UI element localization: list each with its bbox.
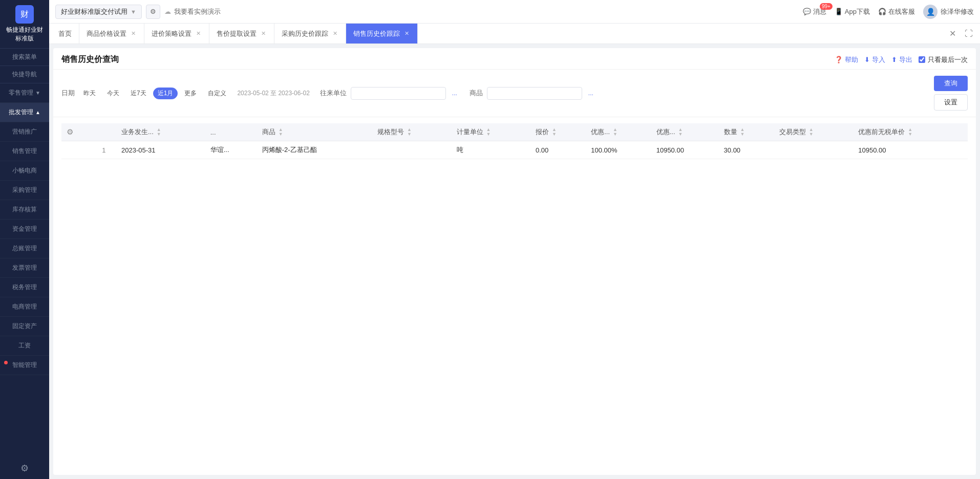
online-service-btn[interactable]: 🎧 在线客服 bbox=[878, 7, 915, 16]
export-link[interactable]: ⬆ 导出 bbox=[891, 55, 912, 64]
sidebar-item-purchase[interactable]: 采购管理 bbox=[0, 181, 49, 200]
product-filter-more[interactable]: ... bbox=[586, 90, 595, 97]
sidebar-item-ecommerce-small[interactable]: 小畅电商 bbox=[0, 161, 49, 181]
wholesale-arrow: ▲ bbox=[35, 110, 40, 115]
query-btn[interactable]: 查询 bbox=[934, 76, 968, 91]
settings-config-btn[interactable]: 设置 bbox=[934, 94, 968, 111]
only-last-checkbox[interactable] bbox=[919, 56, 925, 63]
th-tax-price-sort: ▲▼ bbox=[908, 127, 912, 137]
cell-discount1: 100.00% bbox=[586, 141, 651, 159]
tab-price-extract-label: 售价提取设置 bbox=[217, 29, 257, 38]
sales-label: 销售管理 bbox=[12, 147, 37, 156]
tab-purchase-history-close[interactable]: ✕ bbox=[331, 30, 338, 37]
th-price[interactable]: 报价 ▲▼ bbox=[530, 123, 586, 141]
tab-price-setting-label: 商品价格设置 bbox=[87, 29, 126, 38]
th-more[interactable]: ... bbox=[205, 123, 257, 141]
unit-filter-input[interactable] bbox=[351, 87, 446, 100]
help-link[interactable]: ❓ 帮助 bbox=[835, 55, 858, 64]
th-discount2[interactable]: 优惠... ▲▼ bbox=[651, 123, 719, 141]
tab-sales-history-close[interactable]: ✕ bbox=[403, 30, 410, 37]
th-unit[interactable]: 计量单位 ▲▼ bbox=[452, 123, 530, 141]
date-btn-more[interactable]: 更多 bbox=[180, 88, 201, 99]
date-btn-1month[interactable]: 近1月 bbox=[153, 88, 178, 99]
version-select[interactable]: 好业财标准版交付试用 ▼ bbox=[55, 5, 142, 19]
date-btn-custom[interactable]: 自定义 bbox=[203, 88, 231, 99]
th-date[interactable]: 业务发生... ▲▼ bbox=[116, 123, 205, 141]
sidebar-item-tax[interactable]: 税务管理 bbox=[0, 278, 49, 297]
tab-price-setting[interactable]: 商品价格设置 ✕ bbox=[79, 24, 144, 44]
th-spec[interactable]: 规格型号 ▲▼ bbox=[372, 123, 451, 141]
sidebar-item-finance[interactable]: 资金管理 bbox=[0, 220, 49, 239]
sidebar-item-retail[interactable]: 零售管理 ▼ bbox=[0, 83, 49, 103]
message-badge: 99+ bbox=[820, 3, 833, 10]
content-area: 销售历史价查询 ❓ 帮助 ⬇ 导入 ⬆ 导出 只看最后一次 bbox=[53, 48, 976, 475]
product-filter-group: 商品 ... bbox=[470, 87, 595, 100]
tab-home[interactable]: 首页 bbox=[51, 24, 79, 44]
tab-purchase-strategy[interactable]: 进价策略设置 ✕ bbox=[144, 24, 209, 44]
close-tab-btn[interactable]: ✕ bbox=[945, 27, 960, 41]
invoice-label: 发票管理 bbox=[12, 264, 37, 272]
th-discount1[interactable]: 优惠... ▲▼ bbox=[586, 123, 651, 141]
sidebar-item-inventory[interactable]: 库存核算 bbox=[0, 200, 49, 220]
demo-btn[interactable]: ☁ 我要看实例演示 bbox=[164, 7, 221, 16]
tab-price-extract-close[interactable]: ✕ bbox=[260, 30, 267, 37]
date-range-text: 2023-05-02 至 2023-06-02 bbox=[237, 89, 309, 98]
sidebar-item-marketing[interactable]: 营销推广 bbox=[0, 122, 49, 142]
cell-tax-price: 10950.00 bbox=[853, 141, 968, 159]
product-filter-input[interactable] bbox=[487, 87, 582, 100]
th-tx-type[interactable]: 交易类型 ▲▼ bbox=[774, 123, 853, 141]
sidebar-item-ledger[interactable]: 总账管理 bbox=[0, 239, 49, 258]
tab-sales-history[interactable]: 销售历史价跟踪 ✕ bbox=[346, 24, 418, 44]
th-tax-price[interactable]: 优惠前无税单价 ▲▼ bbox=[853, 123, 968, 141]
import-label: 导入 bbox=[872, 55, 885, 64]
settings-icon: ⚙ bbox=[150, 8, 156, 15]
wholesale-label: 批发管理 bbox=[9, 108, 33, 117]
sidebar-item-fixed-assets[interactable]: 固定资产 bbox=[0, 317, 49, 336]
sidebar-item-sales[interactable]: 销售管理 bbox=[0, 142, 49, 161]
date-filter-label: 日期 bbox=[61, 89, 75, 98]
fullscreen-tab-btn[interactable]: ⛶ bbox=[962, 27, 976, 41]
tab-purchase-history[interactable]: 采购历史价跟踪 ✕ bbox=[274, 24, 346, 44]
th-qty[interactable]: 数量 ▲▼ bbox=[719, 123, 774, 141]
cell-discount2: 10950.00 bbox=[651, 141, 719, 159]
tab-purchase-strategy-close[interactable]: ✕ bbox=[195, 30, 202, 37]
sidebar-item-smart[interactable]: 智能管理 bbox=[0, 356, 49, 375]
version-settings-btn[interactable]: ⚙ bbox=[146, 5, 160, 19]
date-btn-today[interactable]: 今天 bbox=[102, 88, 124, 99]
app-download-label: App下载 bbox=[845, 7, 870, 16]
tab-price-extract[interactable]: 售价提取设置 ✕ bbox=[209, 24, 274, 44]
sidebar-item-salary[interactable]: 工资 bbox=[0, 336, 49, 356]
sidebar-item-wholesale[interactable]: 批发管理 ▲ bbox=[0, 103, 49, 122]
user-info[interactable]: 👤 徐泽华修改 bbox=[923, 5, 974, 19]
tabs-bar: 首页 商品价格设置 ✕ 进价策略设置 ✕ 售价提取设置 ✕ 采购历史价跟踪 ✕ … bbox=[49, 24, 980, 44]
demo-text: 我要看实例演示 bbox=[174, 7, 221, 16]
tab-purchase-strategy-label: 进价策略设置 bbox=[152, 29, 191, 38]
table-settings-icon[interactable]: ⚙ bbox=[67, 127, 73, 136]
th-tax-price-label: 优惠前无税单价 bbox=[858, 127, 905, 137]
date-btn-yesterday[interactable]: 昨天 bbox=[79, 88, 100, 99]
tab-price-setting-close[interactable]: ✕ bbox=[130, 30, 137, 37]
sidebar-item-ecommerce[interactable]: 电商管理 bbox=[0, 297, 49, 317]
unit-filter-more[interactable]: ... bbox=[450, 90, 459, 97]
date-buttons: 昨天 今天 近7天 近1月 更多 自定义 bbox=[79, 88, 231, 99]
message-btn[interactable]: 💬 消息 99+ bbox=[803, 7, 826, 16]
sidebar-search-menu[interactable]: 搜索菜单 bbox=[0, 49, 49, 66]
th-tx-type-sort: ▲▼ bbox=[809, 127, 814, 137]
settings-gear-icon: ⚙ bbox=[20, 463, 29, 473]
message-icon: 💬 bbox=[803, 8, 811, 15]
th-price-sort: ▲▼ bbox=[552, 127, 557, 137]
sidebar-quick-nav[interactable]: 快捷导航 bbox=[0, 66, 49, 83]
sidebar-item-invoice[interactable]: 发票管理 bbox=[0, 258, 49, 278]
sidebar: 财 畅捷通好业财 标准版 搜索菜单 快捷导航 零售管理 ▼ 批发管理 ▲ 营销推… bbox=[0, 0, 49, 479]
app-download-btn[interactable]: 📱 App下载 bbox=[835, 7, 870, 16]
cell-product: 丙烯酸-2-乙基己酯 bbox=[257, 141, 372, 159]
cloud-icon: ☁ bbox=[164, 8, 171, 15]
data-table: ⚙ 业务发生... ▲▼ ... bbox=[61, 123, 968, 159]
only-last-checkbox-item[interactable]: 只看最后一次 bbox=[919, 55, 968, 64]
th-product[interactable]: 商品 ▲▼ bbox=[257, 123, 372, 141]
th-qty-sort: ▲▼ bbox=[740, 127, 745, 137]
sidebar-settings-btn[interactable]: ⚙ bbox=[0, 458, 49, 479]
date-btn-7days[interactable]: 近7天 bbox=[126, 88, 151, 99]
cell-spec bbox=[372, 141, 451, 159]
import-link[interactable]: ⬇ 导入 bbox=[864, 55, 885, 64]
